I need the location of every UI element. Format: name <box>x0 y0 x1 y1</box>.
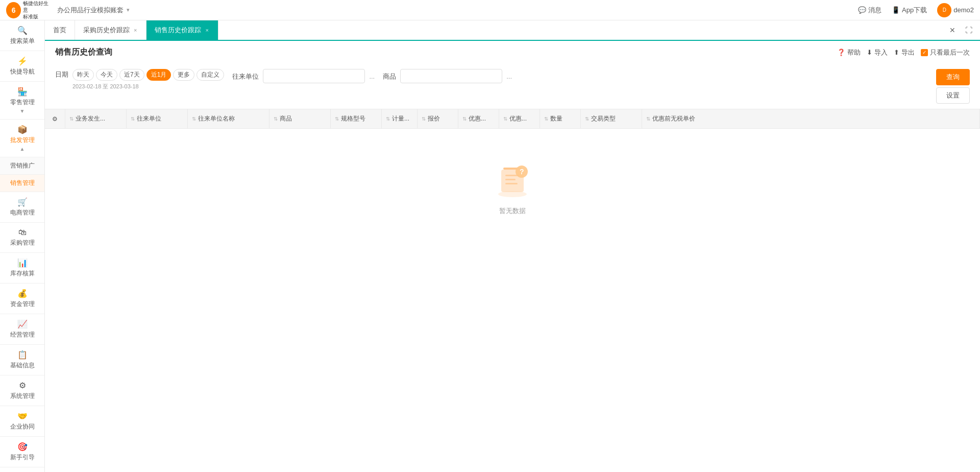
th-quantity[interactable]: ⇅ 数量 <box>540 109 581 128</box>
import-icon: ⬇ <box>867 49 872 56</box>
sort-icon: ⇅ <box>646 116 650 122</box>
page-content: 销售历史价查询 ❓ 帮助 ⬇ 导入 ⬆ 导出 <box>45 41 980 472</box>
th-discount1[interactable]: ⇅ 优惠... <box>458 109 499 128</box>
th-price[interactable]: ⇅ 报价 <box>418 109 458 128</box>
th-business-date[interactable]: ⇅ 业务发生... <box>65 109 127 128</box>
sidebar-item-wholesale-mgmt[interactable]: 📦 批发管理 ▲ <box>0 120 44 157</box>
empty-text: 暂无数据 <box>499 206 526 216</box>
svg-rect-5 <box>505 183 518 184</box>
sort-icon: ⇅ <box>335 116 339 122</box>
trend-icon: 📈 <box>17 319 28 329</box>
date-range-display: 2023-02-18 至 2023-03-18 <box>72 83 224 90</box>
th-pretax-price[interactable]: ⇅ 优惠前无税单价 <box>642 109 980 128</box>
sidebar-item-inventory[interactable]: 📊 库存核算 <box>0 253 44 284</box>
import-btn[interactable]: ⬇ 导入 <box>867 48 888 57</box>
logo-text: 畅捷信好生意 标准版 <box>23 0 51 20</box>
table-header: ⚙ ⇅ 业务发生... ⇅ 往来单位 ⇅ 往来单位名称 <box>45 109 980 129</box>
counterparty-picker-icon[interactable]: ... <box>369 73 375 80</box>
sidebar-item-enterprise[interactable]: 🤝 企业协同 <box>0 406 44 437</box>
empty-icon: ? <box>492 159 533 200</box>
goods-filter-group: 商品 ... <box>383 69 512 83</box>
page-title: 销售历史价查询 <box>55 47 112 58</box>
maximize-btn[interactable]: ⛶ <box>962 23 976 37</box>
sidebar-item-marketing[interactable]: 营销推广 <box>0 157 44 175</box>
th-counterparty-name[interactable]: ⇅ 往来单位名称 <box>188 109 270 128</box>
content-area: 首页 采购历史价跟踪 × 销售历史价跟踪 × ✕ ⛶ 销售历史价查询 <box>45 20 980 472</box>
sort-icon: ⇅ <box>69 116 74 122</box>
close-all-tabs-btn[interactable]: ✕ <box>945 23 960 37</box>
sort-icon: ⇅ <box>585 116 589 122</box>
date-btn-custom[interactable]: 自定义 <box>197 69 224 81</box>
store-icon: 🏪 <box>17 87 28 97</box>
sort-icon: ⇅ <box>503 116 507 122</box>
date-label: 日期 <box>55 69 68 79</box>
sidebar: 🔍 搜索菜单 ⚡ 快捷导航 🏪 零售管理 ▼ 📦 批发管理 ▲ 营销推广 销售管… <box>0 20 45 472</box>
logo-area: 6 畅捷信好生意 标准版 <box>6 0 51 20</box>
th-unit[interactable]: ⇅ 计量... <box>382 109 418 128</box>
logo-icon: 6 <box>6 2 21 18</box>
tab-sales-history[interactable]: 销售历史价跟踪 × <box>146 20 218 40</box>
user-avatar-btn[interactable]: D demo2 <box>937 3 974 17</box>
counterparty-input[interactable] <box>263 69 365 83</box>
th-goods[interactable]: ⇅ 商品 <box>270 109 331 128</box>
date-btn-1month[interactable]: 近1月 <box>146 69 172 81</box>
chevron-up-icon: ▲ <box>20 146 25 152</box>
counterparty-label: 往来单位 <box>232 71 259 81</box>
sidebar-item-apps[interactable]: 📱 应用中心 <box>0 467 44 472</box>
date-btn-today[interactable]: 今天 <box>96 69 117 81</box>
th-spec[interactable]: ⇅ 规格型号 <box>331 109 382 128</box>
page-header: 销售历史价查询 ❓ 帮助 ⬇ 导入 ⬆ 导出 <box>45 41 980 109</box>
target-icon: 🎯 <box>17 442 28 452</box>
th-trade-type[interactable]: ⇅ 交易类型 <box>581 109 642 128</box>
th-settings[interactable]: ⚙ <box>45 109 65 128</box>
close-sales-tab-icon[interactable]: × <box>204 26 209 34</box>
sort-icon: ⇅ <box>422 116 426 122</box>
query-button[interactable]: 查询 <box>936 69 970 85</box>
sidebar-item-system[interactable]: ⚙ 系统管理 <box>0 375 44 406</box>
clipboard-icon: 📋 <box>17 350 28 360</box>
tab-purchase-history[interactable]: 采购历史价跟踪 × <box>75 20 146 40</box>
only-last-checkbox[interactable]: ✓ 只看最后一次 <box>921 48 970 57</box>
date-btn-7days[interactable]: 近7天 <box>119 69 144 81</box>
setting-button[interactable]: 设置 <box>936 87 970 104</box>
tab-home[interactable]: 首页 <box>45 20 75 40</box>
gear-icon: ⚙ <box>19 381 26 390</box>
sidebar-item-purchase-mgmt[interactable]: 🛍 采购管理 <box>0 223 44 253</box>
cart-icon: 🛒 <box>17 197 28 207</box>
date-btn-yesterday[interactable]: 昨天 <box>72 69 94 81</box>
th-counterparty[interactable]: ⇅ 往来单位 <box>127 109 188 128</box>
app-icon: 📱 <box>892 6 900 14</box>
chevron-down-icon: ▼ <box>20 108 25 114</box>
sidebar-item-retail-mgmt[interactable]: 🏪 零售管理 ▼ <box>0 82 44 120</box>
message-icon: 💬 <box>858 6 866 14</box>
sidebar-item-finance[interactable]: 💰 资金管理 <box>0 284 44 314</box>
help-btn[interactable]: ❓ 帮助 <box>837 48 861 57</box>
sort-icon: ⇅ <box>462 116 467 122</box>
svg-text:?: ? <box>520 168 524 176</box>
goods-input[interactable] <box>400 69 502 83</box>
sidebar-item-basic-info[interactable]: 📋 基础信息 <box>0 345 44 375</box>
main-layout: 🔍 搜索菜单 ⚡ 快捷导航 🏪 零售管理 ▼ 📦 批发管理 ▲ 营销推广 销售管… <box>0 20 980 472</box>
sidebar-item-ecom-mgmt[interactable]: 🛒 电商管理 <box>0 192 44 223</box>
date-btn-more[interactable]: 更多 <box>173 69 194 81</box>
sidebar-item-quick-nav[interactable]: ⚡ 快捷导航 <box>0 51 44 82</box>
goods-picker-icon[interactable]: ... <box>506 73 512 80</box>
date-buttons: 昨天 今天 近7天 近1月 更多 自定义 2023-02-18 至 2023-0… <box>72 69 224 90</box>
workspace-selector[interactable]: 办公用品行业模拟账套 ▾ <box>51 6 858 15</box>
sidebar-item-search-menu[interactable]: 🔍 搜索菜单 <box>0 20 44 51</box>
th-discount2[interactable]: ⇅ 优惠... <box>499 109 540 128</box>
avatar: D <box>937 3 951 17</box>
sort-icon: ⇅ <box>544 116 548 122</box>
app-download-btn[interactable]: 📱 App下载 <box>892 6 927 15</box>
message-btn[interactable]: 💬 消息 <box>858 6 881 15</box>
close-purchase-tab-icon[interactable]: × <box>133 26 138 34</box>
search-icon: 🔍 <box>17 26 28 35</box>
sidebar-item-business-mgmt[interactable]: 📈 经营管理 <box>0 314 44 345</box>
sort-icon: ⇅ <box>131 116 135 122</box>
sidebar-item-sales-mgmt[interactable]: 销售管理 <box>0 175 44 192</box>
header-actions: 💬 消息 📱 App下载 D demo2 <box>858 3 974 17</box>
money-icon: 💰 <box>17 289 28 298</box>
lightning-icon: ⚡ <box>17 56 28 66</box>
sidebar-item-guide[interactable]: 🎯 新手引导 <box>0 437 44 467</box>
export-btn[interactable]: ⬆ 导出 <box>894 48 915 57</box>
